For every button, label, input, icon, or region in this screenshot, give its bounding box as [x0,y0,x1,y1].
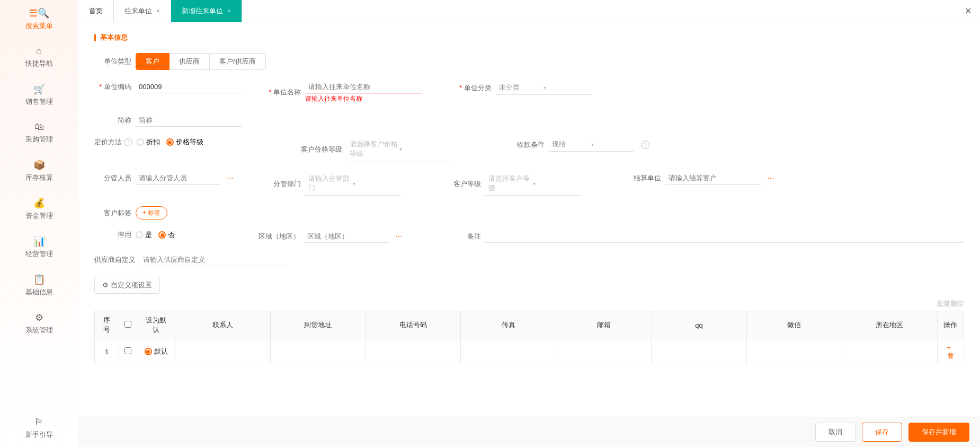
pricing-help-icon[interactable]: ? [124,138,132,146]
payment-terms-group: 收款条件 现结 ▾ ? [507,137,964,152]
tab-partner-close[interactable]: × [156,7,160,15]
payment-help-icon[interactable]: ? [641,141,649,149]
td-email[interactable] [556,339,652,364]
short-name-input[interactable] [136,114,242,127]
td-contact[interactable] [175,339,270,364]
pricing-radio-discount[interactable]: 折扣 [137,137,160,147]
pricing-method-label: 定价方法 ? [94,137,132,147]
pricing-radio-group: 折扣 价格等级 [137,137,203,147]
department-select[interactable]: 请输入分管部门 ▾ [305,172,400,196]
disabled-radio-yes[interactable]: 是 [136,230,152,240]
pricing-radio-price-level[interactable]: 价格等级 [166,137,203,147]
main-area: 首页 往来单位 × 新增往来单位 × ✕ 基本信息 单位类型 客户 供应商 [78,0,980,447]
qq-input[interactable] [657,348,741,356]
region-input[interactable] [304,230,389,243]
customer-price-level-select[interactable]: 请选择客户价格等级 ▾ [346,137,452,161]
sidebar-item-system[interactable]: ⚙ 系统管理 [0,304,78,343]
disabled-radio-no[interactable]: 否 [158,230,175,240]
td-qq[interactable] [652,339,747,364]
save-button[interactable]: 保存 [862,423,902,442]
supplier-custom-row: 供应商自定义 [94,253,964,266]
unit-name-input[interactable] [305,81,422,93]
row-delete-btn[interactable]: 🗑 [947,352,954,360]
td-check[interactable] [119,339,137,364]
settlement-unit-input[interactable] [665,172,761,185]
address-input[interactable] [276,348,360,356]
td-fax[interactable] [461,339,556,364]
row-checkbox[interactable] [124,347,131,354]
email-input[interactable] [562,348,646,356]
sidebar-item-basic-info[interactable]: 📋 基础信息 [0,266,78,304]
operations-icon: 📊 [33,235,45,247]
th-default: 设为默认 [137,311,175,339]
tab-new-partner-close[interactable]: × [227,7,231,15]
row-radio-circle [145,348,152,355]
th-checkbox[interactable] [124,321,131,328]
batch-delete-btn[interactable]: 批量删除 [94,299,964,309]
sidebar-item-operations[interactable]: 📊 经营管理 [0,228,78,266]
td-region[interactable] [842,339,937,364]
manager-more-btn[interactable]: ··· [225,173,236,183]
td-phone[interactable] [366,339,461,364]
region-more-btn[interactable]: ··· [393,232,404,241]
disabled-radio-group: 是 否 [136,230,175,240]
unit-category-select[interactable]: 未分类 ▾ [496,81,591,95]
row-default-radio[interactable]: 默认 [142,347,170,356]
unit-type-label: 单位类型 [94,57,131,66]
unit-category-group: * 单位分类 未分类 ▾ [455,81,635,95]
tab-new-partner[interactable]: 新增往来单位 × [171,0,242,22]
td-address[interactable] [270,339,366,364]
pricing-row: 定价方法 ? 折扣 价格等级 客户价格等级 请选择客户价 [94,137,964,161]
search-icon: ☰🔍 [29,7,49,19]
remark-input[interactable] [485,230,964,243]
settlement-unit-label: 结算单位 [624,173,661,183]
cancel-button[interactable]: 取消 [815,423,856,442]
wechat-input[interactable] [752,348,836,356]
type-btn-supplier[interactable]: 供应商 [170,53,210,70]
phone-input[interactable] [371,348,456,356]
sidebar-item-sales[interactable]: 🛒 销售管理 [0,76,78,114]
th-qq: qq [652,311,747,339]
row-add-btn[interactable]: + [947,344,951,352]
region-col-input[interactable] [848,348,932,356]
payment-terms-select[interactable]: 现结 ▾ [549,137,634,152]
unit-name-group: * 单位名称 请输入往来单位名称 [264,81,455,103]
customer-level-select[interactable]: 请选择客户等级 ▾ [485,172,581,196]
td-no: 1 [95,339,119,364]
sidebar-item-finance[interactable]: 💰 资金管理 [0,190,78,228]
contact-input[interactable] [181,348,265,356]
fax-input[interactable] [466,348,550,356]
pricing-method-group: 定价方法 ? 折扣 价格等级 [94,137,285,147]
department-label: 分管部门 [264,179,301,189]
td-wechat[interactable] [747,339,842,364]
window-close-button[interactable]: ✕ [956,6,980,16]
sidebar-item-search[interactable]: ☰🔍 搜索菜单 [0,0,78,38]
th-region: 所在地区 [842,311,937,339]
add-tag-button[interactable]: + 标签 [136,206,167,220]
customer-tag-label: 客户标签 [94,208,131,218]
section-divider [94,34,96,41]
type-btn-customer[interactable]: 客户 [136,53,170,70]
tab-partner[interactable]: 往来单位 × [114,0,171,22]
sidebar-item-guide[interactable]: 🏳 新手引导 [0,409,78,447]
supplier-custom-input[interactable] [140,253,288,266]
sidebar-item-quicknav[interactable]: ⌂ 快捷导航 [0,38,78,76]
sidebar-item-purchase[interactable]: 🛍 采购管理 [0,114,78,152]
tab-home[interactable]: 首页 [78,0,114,22]
contacts-table: 序号 设为默认 联系人 到货地址 电话号码 传真 邮箱 qq 微信 所在地区 操… [94,311,964,364]
unit-code-input[interactable] [136,81,242,93]
customer-level-label: 客户等级 [444,179,481,189]
sidebar-item-inventory[interactable]: 📦 库存核算 [0,152,78,190]
manager-input[interactable] [136,172,220,185]
department-group: 分管部门 请输入分管部门 ▾ [264,172,433,196]
settlement-more-btn[interactable]: ··· [765,173,776,183]
type-btn-both[interactable]: 客户/供应商 [210,53,266,70]
dept-caret: ▾ [353,181,397,187]
save-add-button[interactable]: 保存并新增 [908,423,969,442]
manager-label: 分管人员 [94,173,131,183]
td-operations: + 🗑 [937,339,964,364]
custom-settings-button[interactable]: ⚙ 自定义项设置 [94,277,160,294]
sales-icon: 🛒 [33,83,45,95]
unit-name-error: 请输入往来单位名称 [305,94,422,103]
section-title: 基本信息 [100,33,128,42]
